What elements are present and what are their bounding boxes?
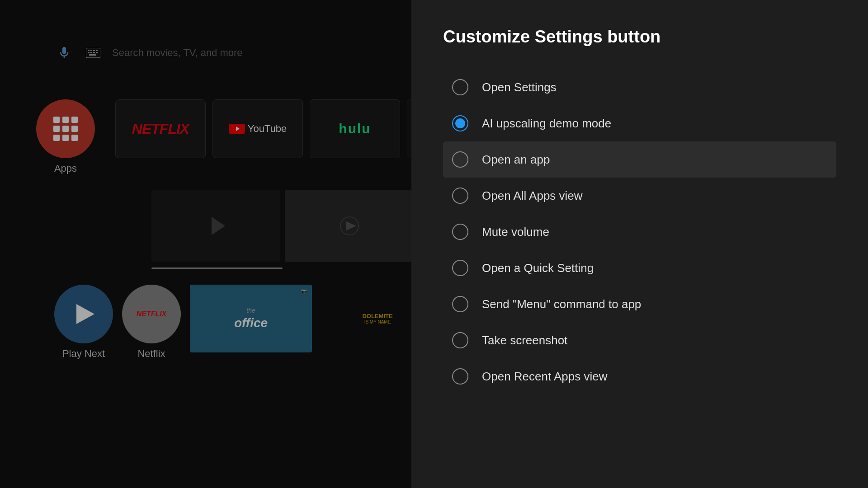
radio-send-menu	[452, 296, 468, 312]
search-input[interactable]: Search movies, TV, and more	[112, 47, 393, 59]
option-open-all-apps[interactable]: Open All Apps view	[443, 178, 836, 214]
svg-rect-7	[93, 52, 95, 53]
option-label-ai-upscaling: AI upscaling demo mode	[482, 117, 611, 131]
settings-title: Customize Settings button	[443, 27, 836, 47]
option-label-open-app: Open an app	[482, 153, 550, 167]
option-label-open-settings: Open Settings	[482, 80, 557, 94]
netflix-app-icon: NETFLIX	[122, 285, 181, 343]
radio-open-app	[452, 151, 468, 168]
radio-inner-ai-upscaling	[455, 118, 465, 128]
youtube-logo: YouTube	[229, 123, 287, 135]
radio-open-quick-setting	[452, 260, 468, 276]
mic-icon[interactable]	[54, 43, 74, 63]
tv-background: Search movies, TV, and more Apps NETFLIX	[0, 0, 411, 488]
netflix-logo: NETFLIX	[132, 121, 189, 137]
radio-ai-upscaling	[452, 115, 468, 131]
option-label-open-quick-setting: Open a Quick Setting	[482, 261, 594, 275]
radio-mute-volume	[452, 224, 468, 240]
option-label-send-menu: Send "Menu" command to app	[482, 297, 641, 311]
lower-thumbnails: the office 📷 DOLEMITE IS MY NAME	[190, 285, 411, 352]
option-send-menu[interactable]: Send "Menu" command to app	[443, 286, 836, 322]
progress-bar-1	[151, 267, 283, 269]
hulu-logo: hulu	[339, 121, 371, 136]
option-open-recent-apps[interactable]: Open Recent Apps view	[443, 358, 836, 394]
app-tiles-row: NETFLIX YouTube hulu prime video	[115, 99, 411, 158]
content-thumbnails	[151, 190, 411, 262]
svg-marker-10	[236, 127, 240, 131]
netflix-bottom-label: Netflix	[137, 348, 165, 360]
option-ai-upscaling[interactable]: AI upscaling demo mode	[443, 105, 836, 141]
svg-marker-13	[346, 221, 356, 230]
apps-label: Apps	[54, 163, 77, 174]
search-area: Search movies, TV, and more	[54, 43, 393, 63]
svg-rect-3	[93, 50, 95, 51]
svg-rect-4	[96, 50, 98, 51]
option-label-take-screenshot: Take screenshot	[482, 333, 567, 347]
svg-rect-2	[90, 50, 92, 51]
office-thumb[interactable]: the office 📷	[190, 285, 312, 352]
keyboard-icon[interactable]	[83, 43, 103, 63]
option-open-app[interactable]: Open an app	[443, 141, 836, 178]
progress-bars	[151, 267, 411, 269]
svg-rect-8	[96, 52, 98, 53]
option-mute-volume[interactable]: Mute volume	[443, 214, 836, 250]
netflix-tile[interactable]: NETFLIX	[115, 99, 206, 158]
prime-tile[interactable]: prime video	[407, 99, 411, 158]
option-open-quick-setting[interactable]: Open a Quick Setting	[443, 250, 836, 286]
movie-thumb[interactable]: DOLEMITE IS MY NAME	[316, 285, 411, 352]
option-label-open-all-apps: Open All Apps view	[482, 189, 583, 203]
content-thumb-2[interactable]	[285, 190, 411, 262]
apps-item[interactable]: Apps	[36, 99, 95, 174]
lower-content: Play Next NETFLIX Netflix the office 📷 D…	[54, 285, 411, 360]
radio-take-screenshot	[452, 332, 468, 348]
option-label-mute-volume: Mute volume	[482, 225, 549, 239]
radio-open-settings	[452, 79, 468, 95]
settings-panel: Customize Settings button Open Settings …	[411, 0, 868, 488]
svg-marker-11	[212, 217, 225, 235]
radio-open-recent-apps	[452, 368, 468, 385]
netflix-bottom-item[interactable]: NETFLIX Netflix	[122, 285, 181, 360]
radio-open-all-apps	[452, 188, 468, 204]
svg-rect-9	[89, 54, 96, 56]
play-next-label: Play Next	[62, 348, 105, 360]
svg-rect-5	[88, 52, 90, 53]
office-text: office	[234, 316, 268, 330]
hulu-tile[interactable]: hulu	[310, 99, 400, 158]
option-take-screenshot[interactable]: Take screenshot	[443, 322, 836, 358]
play-next-icon[interactable]	[54, 285, 113, 343]
settings-options-list: Open Settings AI upscaling demo mode Ope…	[443, 69, 836, 394]
apps-icon	[36, 99, 95, 158]
svg-rect-1	[88, 50, 90, 51]
option-open-settings[interactable]: Open Settings	[443, 69, 836, 105]
apps-section: Apps NETFLIX YouTube hulu	[36, 99, 411, 174]
content-thumb-1[interactable]	[151, 190, 280, 262]
option-label-open-recent-apps: Open Recent Apps view	[482, 370, 608, 384]
svg-rect-6	[90, 52, 92, 53]
youtube-tile[interactable]: YouTube	[212, 99, 303, 158]
